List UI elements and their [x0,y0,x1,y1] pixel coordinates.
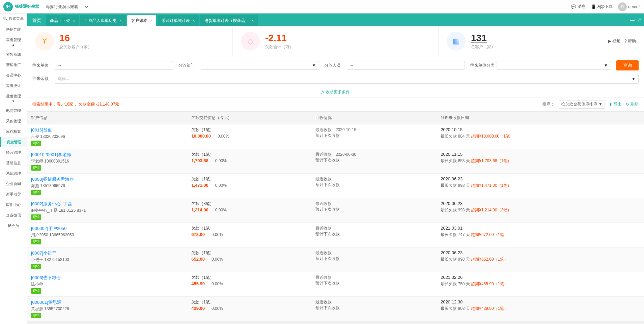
overdue-link[interactable]: 超期¥1,471.00（1笔） [471,183,511,188]
filter-department: 分管部门 ▼ [178,61,319,70]
sidebar-item-basic-info[interactable]: 基础信息 [0,158,27,168]
tab-customer-account[interactable]: 客户账本 × [127,15,156,26]
th-customer-info: 客户信息 [27,112,187,124]
video-btn[interactable]: ▶ 视频 [608,38,620,44]
logo-area: 好 畅捷通好生意 [3,2,39,11]
sidebar-item-chang-member[interactable]: 畅会员 [0,220,27,231]
close-icon-4[interactable]: × [193,19,195,23]
cell-recovery: 最近收款 预计下次收款 [311,198,437,223]
sidebar-item-marketing[interactable]: 营销推广 [0,60,27,70]
user-avatar-btn[interactable]: D demo2 [618,2,641,11]
filter-area: 往来单位 ··· 分管部门 ▼ [27,56,644,97]
sidebar-item-retail-mall[interactable]: 零售商城 [0,49,27,60]
avatar: D [618,2,627,11]
debt-amount[interactable]: 1,214.00 [191,207,208,212]
close-icon-2[interactable]: × [119,19,121,23]
sidebar-item-app-center[interactable]: 应用中心 [0,200,27,210]
debt-percent: 0.00% [212,282,223,286]
overdue-link[interactable]: 超期¥672.00（1笔） [471,232,508,237]
sidebar-item-retail-stats[interactable]: 零售统计 [0,81,27,91]
minimize-tab-icon[interactable]: — [630,17,635,23]
customer-tag: 现销 [31,214,41,220]
maximize-tab-icon[interactable]: ⤢ [637,17,641,23]
customer-name[interactable]: [000002]用户2050 [31,226,183,232]
overdue-link[interactable]: 超期¥455.90（1笔） [471,282,508,286]
message-btn[interactable]: 💬 消息 [571,4,586,9]
customer-name[interactable]: [0006]去下粮仓 [31,275,183,281]
query-button[interactable]: 查询 [616,60,639,70]
app-download-btn[interactable]: 📱 App下载 [591,4,613,9]
balance-label: 往来余额 [32,76,53,82]
sidebar-item-newbie-guide[interactable]: 新手引导 [0,189,27,200]
customer-name[interactable]: [0007]小进干 [31,250,183,256]
sidebar-item-operations[interactable]: 经营管理 [0,147,27,158]
unit-category-select[interactable]: ▼ [497,61,611,70]
customer-name[interactable]: [0002]服务中心_丁磊 [31,201,183,207]
tab-incoming-stats[interactable]: 进货单统计表（按商品） × [200,15,258,26]
cell-recovery: 最近收款 预计下次收款 [311,247,437,272]
customer-name[interactable]: [0016]吕俊 [31,127,183,133]
department-select[interactable]: ▼ [201,61,319,70]
sidebar-item-enterprise-wechat[interactable]: 企业微信 [0,210,27,220]
customer-tag: 现销 [31,190,41,195]
overdue-link[interactable]: 超期¥429.00（1笔） [471,306,508,311]
filter-balance: 往来余额 选择... ▼ [32,74,639,84]
customer-name[interactable]: [000001]黄思源 [31,299,183,305]
customer-name[interactable]: [0001020001]李老师 [31,152,183,158]
cell-due-date: 2020.10.15 最长欠款 884 天 超期¥10,000.00（1笔） [437,124,644,149]
table-row: [0001020001]李老师 李老师 18600391516 现销 欠款（1笔… [27,149,644,174]
overdue-info: 最长欠款 998 天 超期¥1,471.00（1笔） [441,183,640,188]
chevron-down-icon-2: ▼ [12,99,15,103]
balance-select[interactable]: 选择... ▼ [55,74,639,84]
tab-product-offline[interactable]: 商品上下架 × [46,15,79,26]
debt-amount[interactable]: 429.00 [191,306,205,311]
refresh-btn[interactable]: ↻ 刷新 [626,101,639,107]
next-collection: 预计下次收款 [315,133,432,139]
due-date-value: 2021.03.01 [441,226,640,231]
debt-amount[interactable]: 1,703.68 [191,158,208,163]
search-menu-item[interactable]: 🔍 搜索菜单 [0,13,27,24]
from-unit-input[interactable]: ··· [55,61,173,70]
tab-purchase-order[interactable]: 采购订单统计表 × [158,15,199,26]
customer-phone: 服务中心_丁磊 181 0125 8371 [31,208,183,213]
sidebar-item-retail-mgmt[interactable]: 零售管理 ▲ [0,35,27,49]
overdue-info: 最长欠款 998 天 超期¥1,214.00（3笔） [441,207,640,213]
sidebar-item-capital-mgmt[interactable]: 资金管理 [0,137,27,147]
sidebar-item-batch-mgmt[interactable]: 批发管理 ▼ [0,91,27,106]
close-icon-3[interactable]: × [150,19,152,23]
sidebar-item-inventory[interactable]: 库存核算 [0,126,27,137]
close-icon[interactable]: × [73,19,75,23]
debt-amount[interactable]: 652.00 [191,257,205,262]
debt-amount[interactable]: 455.90 [191,281,205,286]
debt-count: 欠款（1笔） [191,176,307,182]
close-icon-5[interactable]: × [252,19,254,23]
debt-amount[interactable]: 10,000.00 [191,134,211,139]
next-collection: 预计下次收款 [315,157,432,163]
sidebar-item-purchase-mgmt[interactable]: 采购管理 [0,116,27,126]
customer-name[interactable]: [0003]畅捷服务尹海燕 [31,176,183,182]
cell-customer-info: [0007]小进干 小进干 18279152100 现销 [27,247,187,272]
overdue-info: 最长欠款 808 天 超期¥429.00（1笔） [441,306,640,312]
cell-customer-info: [0003]畅捷服务尹海燕 海燕 18513066976 现销 [27,174,187,198]
tab-home[interactable]: 首页 [29,15,45,26]
sidebar-item-quick-nav[interactable]: 快捷导航 [0,24,27,35]
overdue-link[interactable]: 超期¥652.00（1笔） [471,257,508,262]
manager-input[interactable]: ··· [347,61,465,70]
next-collection: 预计下次收款 [315,182,432,188]
collapse-row[interactable]: ⋀ 收起更多条件 [32,87,639,97]
sidebar-item-enterprise-collab[interactable]: 企业协同 [0,179,27,189]
export-btn[interactable]: ⬆ 导出 [609,101,622,107]
sidebar-item-ecommerce[interactable]: 电商管理 [0,106,27,116]
debt-count: 欠款（1笔） [191,226,307,231]
overdue-link[interactable]: 超期¥1,703.68（1笔） [471,158,511,163]
company-select[interactable]: 母婴行业演示账套 [43,3,89,10]
help-btn[interactable]: ? 帮助 [624,38,636,44]
sidebar-item-member-center[interactable]: 会员中心 [0,70,27,81]
tab-production-history[interactable]: 产成品入库单历史 × [80,15,125,26]
overdue-link[interactable]: 超期¥10,000.00（1笔） [471,134,514,139]
sort-select[interactable]: 按欠款金额倒序排序 ▼ [559,100,605,109]
sidebar-item-system-mgmt[interactable]: 系统管理 [0,168,27,179]
debt-amount[interactable]: 1,471.00 [191,183,208,188]
debt-amount[interactable]: 672.00 [191,232,205,237]
overdue-link[interactable]: 超期¥1,214.00（3笔） [471,208,511,212]
